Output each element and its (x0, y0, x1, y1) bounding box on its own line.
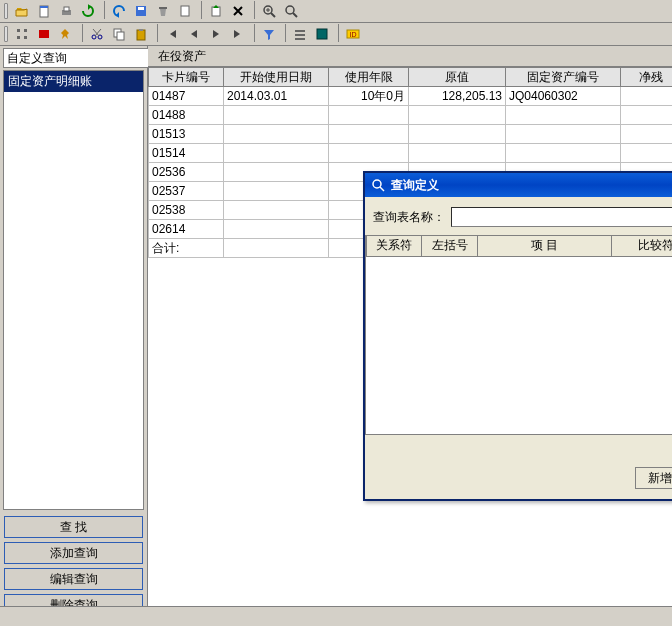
tab-active-assets[interactable]: 在役资产 (148, 46, 216, 67)
doc-button[interactable] (34, 1, 54, 21)
status-bar (0, 606, 672, 626)
filter-icon (262, 27, 276, 41)
table-row[interactable]: 01514 (149, 144, 673, 163)
col-header[interactable]: 使用年限 (329, 68, 409, 87)
copy-button[interactable] (109, 24, 129, 44)
config-button[interactable] (312, 24, 332, 44)
first-icon (165, 27, 179, 41)
export-icon (209, 4, 223, 18)
dialog-title: 查询定义 (391, 177, 439, 194)
zoom-in-button[interactable] (259, 1, 279, 21)
prev-icon (187, 27, 201, 41)
cond-col-header[interactable]: 项 目 (477, 236, 611, 256)
refresh-b-button[interactable] (109, 1, 129, 21)
query-name-input[interactable] (451, 207, 672, 227)
prev-button[interactable] (184, 24, 204, 44)
last-button[interactable] (228, 24, 248, 44)
find-button[interactable]: 查 找 (4, 516, 143, 538)
cross-icon (231, 4, 245, 18)
dialog-button-bar: 新增行 删除行 确 (365, 459, 672, 499)
save-button[interactable] (131, 1, 151, 21)
svg-text:ID: ID (350, 31, 357, 38)
table-row[interactable]: 01488 (149, 106, 673, 125)
query-list-item[interactable]: 固定资产明细账 (4, 71, 143, 92)
filter-button[interactable] (259, 24, 279, 44)
cond-col-header[interactable]: 左括号 (422, 236, 477, 256)
svg-rect-8 (212, 7, 220, 16)
svg-rect-1 (40, 6, 48, 8)
svg-rect-23 (295, 34, 305, 36)
svg-rect-5 (138, 7, 144, 10)
add-row-button[interactable]: 新增行 (635, 467, 672, 489)
workspace: 固定资产明细账 查 找 添加查询 编辑查询 删除查询 在役资产 卡片编号开始使用… (0, 46, 672, 626)
props-icon (293, 27, 307, 41)
pin-button[interactable] (56, 24, 76, 44)
col-header[interactable]: 开始使用日期 (224, 68, 329, 87)
svg-line-10 (271, 13, 275, 17)
tools-button[interactable] (12, 24, 32, 44)
svg-rect-25 (317, 29, 327, 39)
edit-query-button[interactable]: 编辑查询 (4, 568, 143, 590)
col-header[interactable]: 净残 (621, 68, 673, 87)
svg-rect-24 (295, 38, 305, 40)
svg-rect-20 (137, 30, 145, 40)
print-button[interactable] (56, 1, 76, 21)
query-list[interactable]: 固定资产明细账 (3, 70, 144, 510)
cross-button[interactable] (228, 1, 248, 21)
svg-rect-15 (39, 30, 49, 38)
trash-button[interactable] (153, 1, 173, 21)
print-icon (59, 4, 73, 18)
save-icon (134, 4, 148, 18)
props-button[interactable] (290, 24, 310, 44)
svg-point-13 (286, 6, 294, 14)
table-row[interactable]: 014872014.03.0110年0月128,205.13JQ04060302 (149, 87, 673, 106)
col-header[interactable]: 卡片编号 (149, 68, 224, 87)
export-button[interactable] (206, 1, 226, 21)
col-header[interactable]: 固定资产编号 (506, 68, 621, 87)
open-button[interactable] (12, 1, 32, 21)
file-button[interactable] (175, 1, 195, 21)
col-header[interactable]: 原值 (409, 68, 506, 87)
svg-rect-3 (64, 7, 69, 11)
svg-line-29 (380, 187, 384, 191)
zoom-in-icon (262, 4, 276, 18)
pin-icon (59, 27, 73, 41)
zoom-button[interactable] (281, 1, 301, 21)
toolbar-gripper (4, 26, 8, 42)
cond-col-header[interactable]: 关系符 (367, 236, 422, 256)
file-icon (178, 4, 192, 18)
toolbar-row-1 (0, 0, 672, 23)
refresh-a-button[interactable] (78, 1, 98, 21)
svg-line-14 (293, 13, 297, 17)
svg-rect-7 (181, 6, 189, 16)
stamp-button[interactable] (34, 24, 54, 44)
last-icon (231, 27, 245, 41)
idbtn-button[interactable]: ID (343, 24, 363, 44)
svg-rect-6 (159, 7, 167, 9)
query-definition-dialog: 查询定义 查询表名称： 关系符左括号项 目比较符比较 新增行 删除行 (363, 171, 672, 501)
add-query-button[interactable]: 添加查询 (4, 542, 143, 564)
query-name-label: 查询表名称： (373, 209, 445, 226)
next-button[interactable] (206, 24, 226, 44)
trash-icon (156, 4, 170, 18)
idbtn-icon: ID (346, 27, 360, 41)
svg-rect-22 (295, 30, 305, 32)
dialog-body: 查询表名称： 关系符左括号项 目比较符比较 新增行 删除行 确 (365, 197, 672, 499)
svg-point-28 (373, 180, 381, 188)
stamp-icon (37, 27, 51, 41)
toolbar-row-2: ID (0, 23, 672, 46)
sidebar: 固定资产明细账 查 找 添加查询 编辑查询 删除查询 (0, 46, 148, 626)
cond-col-header[interactable]: 比较符 (611, 236, 672, 256)
first-button[interactable] (162, 24, 182, 44)
zoom-icon (284, 4, 298, 18)
doc-icon (37, 4, 51, 18)
condition-grid[interactable]: 关系符左括号项 目比较符比较 (365, 235, 672, 435)
toolbar-gripper (4, 3, 8, 19)
paste-button[interactable] (131, 24, 151, 44)
cut-icon (90, 27, 104, 41)
config-icon (315, 27, 329, 41)
table-row[interactable]: 01513 (149, 125, 673, 144)
query-type-input[interactable] (3, 48, 161, 68)
dialog-titlebar[interactable]: 查询定义 (365, 173, 672, 197)
cut-button[interactable] (87, 24, 107, 44)
